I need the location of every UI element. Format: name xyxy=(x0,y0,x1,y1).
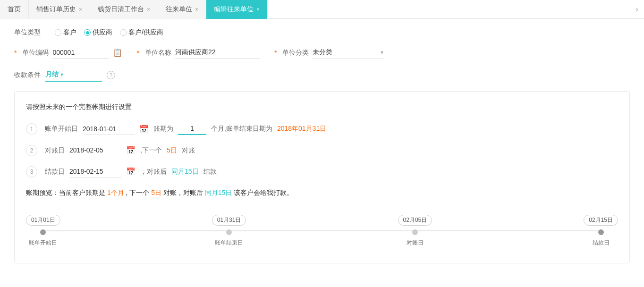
step-3-label: 结款日 xyxy=(45,168,65,176)
tab-sales-history-close[interactable]: × xyxy=(79,7,82,12)
step-1-label: 账单开始日 xyxy=(45,125,78,133)
tl-dot-1 xyxy=(226,229,232,235)
step-3-suffix-before: ，对账后 xyxy=(140,168,167,176)
unit-category-star: * xyxy=(274,49,277,57)
step-1-end-date: 2018年01月31日 xyxy=(277,125,326,133)
radio-customer-label: 客户 xyxy=(63,28,76,37)
tabs-expand-button[interactable]: › xyxy=(630,0,644,19)
radio-supplier-circle xyxy=(84,29,91,36)
step-1-period-before: 账期为 xyxy=(153,125,173,133)
preview-part2: , 下一个 xyxy=(126,189,150,196)
step-1-cal-icon[interactable]: 📅 xyxy=(139,125,149,134)
unit-category-arrow-icon: ▾ xyxy=(381,49,383,56)
step-2-highlight: 5日 xyxy=(167,146,177,155)
tl-badge-1: 01月31日 xyxy=(212,215,246,226)
step-3-num: 3 xyxy=(26,166,37,177)
step-1-date-input[interactable] xyxy=(83,123,135,135)
tl-label-1: 账单结束日 xyxy=(215,239,243,247)
preview-part5: 同月15日 xyxy=(205,189,232,196)
tl-label-2: 对账日 xyxy=(407,239,424,247)
step-3-highlight: 同月15日 xyxy=(171,168,199,176)
timeline-point-1: 01月31日 账单结束日 xyxy=(212,215,246,247)
tl-dot-3 xyxy=(598,229,604,235)
unit-type-row: 单位类型 客户 供应商 客户/供应商 xyxy=(14,28,630,37)
tl-dot-2 xyxy=(412,229,418,235)
tl-badge-0: 01月01日 xyxy=(26,215,60,226)
preview-part3: 5日 xyxy=(151,189,161,196)
tab-partner-label: 往来单位 xyxy=(166,5,192,14)
radio-both-label: 客户/供应商 xyxy=(128,28,163,37)
tab-partner-close[interactable]: × xyxy=(195,7,198,12)
payment-condition-arrow-icon: ▾ xyxy=(60,71,63,78)
timeline-point-2: 02月05日 对账日 xyxy=(398,215,432,247)
tl-label-3: 结款日 xyxy=(593,239,610,247)
unit-category-select[interactable]: 未分类 ▾ xyxy=(313,46,383,59)
step-1-num: 1 xyxy=(26,123,37,135)
preview-label: 账期预览：当前客户账期是 xyxy=(26,189,105,196)
radio-customer-circle xyxy=(55,29,61,36)
unit-name-star: * xyxy=(136,49,139,57)
help-icon[interactable]: ? xyxy=(107,71,115,79)
step-3-content: 结款日 📅 ，对账后 同月15日 结款 xyxy=(45,166,217,177)
tab-edit-partner[interactable]: 编辑往来单位 × xyxy=(206,0,268,19)
step-2-label: 对账日 xyxy=(45,146,65,155)
radio-customer[interactable]: 客户 xyxy=(55,28,76,37)
tl-label-0: 账单开始日 xyxy=(29,239,57,247)
payment-condition-row: 收款条件 月结 ▾ ? xyxy=(14,68,630,82)
preview-text: 账期预览：当前客户账期是 1个月 , 下一个 5日 对账，对账后 同月15日 该… xyxy=(26,187,618,199)
payment-condition-value: 月结 xyxy=(45,70,59,79)
timeline-point-0: 01月01日 账单开始日 xyxy=(26,215,60,247)
tab-sales-history[interactable]: 销售订单历史 × xyxy=(29,0,90,19)
step-2-suffix-before: ,下一个 xyxy=(140,146,162,155)
tab-edit-partner-label: 编辑往来单位 xyxy=(214,5,254,14)
timeline: 01月01日 账单开始日 01月31日 账单结束日 02月05日 对账日 02月… xyxy=(26,210,618,252)
step-3-date-input[interactable] xyxy=(69,166,121,177)
preview-part6: 该客户会给我打款。 xyxy=(234,189,293,196)
radio-both[interactable]: 客户/供应商 xyxy=(120,28,163,37)
unit-category-group: * 单位分类 未分类 ▾ xyxy=(274,46,383,59)
unit-name-input[interactable] xyxy=(175,47,260,59)
radio-supplier[interactable]: 供应商 xyxy=(84,28,112,37)
unit-name-group: * 单位名称 xyxy=(136,47,260,59)
step-2-cal-icon[interactable]: 📅 xyxy=(126,146,136,155)
unit-type-radio-group: 客户 供应商 客户/供应商 xyxy=(55,28,163,37)
card-section: 请按照未来的一个完整帐期进行设置 1 账单开始日 📅 账期为 个月,账单结束日期… xyxy=(14,91,630,263)
step-1-content: 账单开始日 📅 账期为 个月,账单结束日期为 2018年01月31日 xyxy=(45,123,326,135)
step-2-row: 2 对账日 📅 ,下一个 5日 对账 xyxy=(26,144,618,156)
step-1-period-unit: 个月,账单结束日期为 xyxy=(211,125,272,133)
tab-home-label: 首页 xyxy=(8,5,21,14)
unit-code-label: 单位编码 xyxy=(22,49,49,57)
tab-edit-partner-close[interactable]: × xyxy=(256,7,260,12)
step-2-num: 2 xyxy=(26,145,37,156)
unit-category-label: 单位分类 xyxy=(282,49,309,57)
preview-part1: 1个月 xyxy=(107,189,124,196)
step-2-content: 对账日 📅 ,下一个 5日 对账 xyxy=(45,144,195,156)
timeline-points: 01月01日 账单开始日 01月31日 账单结束日 02月05日 对账日 02月… xyxy=(26,215,618,247)
tab-cash-work[interactable]: 钱货日清工作台 × xyxy=(90,0,158,19)
unit-code-group: * 单位编码 📋 xyxy=(14,47,122,59)
preview-part4: 对账，对账后 xyxy=(163,189,203,196)
step-1-period-input[interactable] xyxy=(178,123,206,135)
unit-category-value: 未分类 xyxy=(313,48,379,57)
tl-badge-3: 02月15日 xyxy=(584,215,618,226)
tab-cash-work-close[interactable]: × xyxy=(147,7,150,12)
tabs-bar: 首页 销售订单历史 × 钱货日清工作台 × 往来单位 × 编辑往来单位 × › xyxy=(0,0,644,19)
radio-supplier-label: 供应商 xyxy=(93,28,112,37)
step-3-cal-icon[interactable]: 📅 xyxy=(126,167,136,176)
step-2-date-input[interactable] xyxy=(69,144,121,156)
unit-fields-row: * 单位编码 📋 * 单位名称 * 单位分类 未分类 ▾ xyxy=(14,46,630,59)
card-title: 请按照未来的一个完整帐期进行设置 xyxy=(26,103,618,111)
radio-both-circle xyxy=(120,29,127,36)
step-3-row: 3 结款日 📅 ，对账后 同月15日 结款 xyxy=(26,166,618,177)
unit-code-copy-icon[interactable]: 📋 xyxy=(113,48,122,57)
unit-code-star: * xyxy=(14,49,17,57)
tab-home[interactable]: 首页 xyxy=(0,0,29,19)
unit-type-label: 单位类型 xyxy=(14,28,41,37)
payment-condition-label: 收款条件 xyxy=(14,71,41,79)
tl-badge-2: 02月05日 xyxy=(398,215,432,226)
payment-condition-select[interactable]: 月结 ▾ xyxy=(45,68,102,82)
step-1-row: 1 账单开始日 📅 账期为 个月,账单结束日期为 2018年01月31日 xyxy=(26,123,618,135)
unit-name-label: 单位名称 xyxy=(145,49,171,57)
tab-partner[interactable]: 往来单位 × xyxy=(158,0,206,19)
unit-code-input[interactable] xyxy=(52,47,109,59)
